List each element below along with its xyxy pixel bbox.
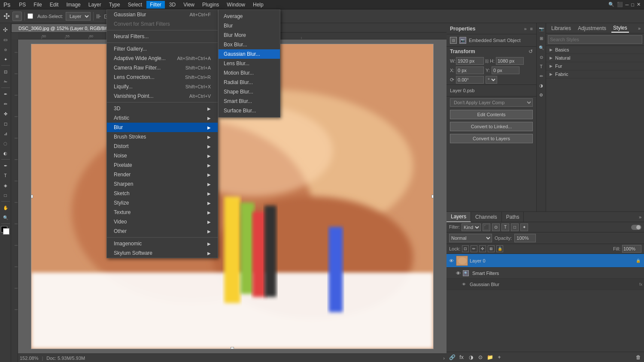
angle-input[interactable] [456,76,484,84]
menu-noise[interactable]: Noise ▶ [107,151,218,160]
lock-move-btn[interactable]: ✣ [479,245,486,252]
adjust-icon-btn[interactable]: ⊙ [538,53,545,61]
blur-gaussian[interactable]: Gaussian Blur... [219,49,280,59]
menu-convert-smart-filters[interactable]: Convert for Smart Filters [107,19,218,29]
layer-comp-select[interactable]: Don't Apply Layer Comp [450,98,533,107]
add-style-btn[interactable]: fx [458,353,465,361]
props-menu-icon[interactable]: ≡ [530,26,533,31]
convert-to-linked-btn[interactable]: Convert to Linked... [450,122,533,131]
filter-icon-shape[interactable]: □ [511,223,519,231]
smart-filters-item[interactable]: 👁 🔍 Smart Filters [447,268,644,279]
expand-status-btn[interactable]: › [443,356,445,361]
blur-motion[interactable]: Motion Blur... [219,68,280,78]
fg-bg-colors[interactable] [1,226,10,235]
selection-tool[interactable]: ✣ [1,25,10,34]
filter-icon-smart[interactable]: ✦ [520,223,528,231]
menu-select[interactable]: Select [125,1,146,9]
menu-type[interactable]: Type [106,1,124,9]
tab-layers[interactable]: Layers [447,212,471,222]
brush-tool[interactable]: ✏ [1,99,10,109]
minimize-btn[interactable]: ─ [626,2,629,7]
opacity-input[interactable] [514,234,536,242]
styles-search-input[interactable] [548,35,642,44]
lasso-tool[interactable]: ⌾ [1,45,10,54]
gaussian-blur-item[interactable]: 👁 Gaussian Blur fx [447,279,644,290]
doc-tab[interactable]: DSC_3060.jpg @ 152% (Layer 0, RGB/8#) × [11,24,121,32]
slice-tool[interactable]: ✁ [1,77,10,86]
tab-styles[interactable]: Styles [611,24,629,33]
add-adjustment-btn[interactable]: ⊙ [477,353,484,361]
clone-stamp-tool[interactable]: ✤ [1,109,10,118]
gradient-icon-btn[interactable]: ◑ [538,81,545,89]
menu-other[interactable]: Other ▶ [107,226,218,236]
menu-filter[interactable]: Filter [146,1,165,9]
blur-shape[interactable]: Shape Blur... [219,87,280,97]
menu-help[interactable]: Help [249,1,267,9]
filter-toggle[interactable] [631,225,641,230]
menu-texture[interactable]: Texture ▶ [107,208,218,217]
filter-icon-type[interactable]: T [501,223,509,231]
eraser-tool[interactable]: ◻ [1,119,10,128]
path-tool[interactable]: ◈ [1,181,10,190]
crop-tool[interactable]: ⊡ [1,67,10,76]
layer-item-0[interactable]: 👁 Layer 0 🔒 [447,254,644,268]
menu-skylum[interactable]: Skylum Software ▶ [107,248,218,258]
add-group-btn[interactable]: 📁 [486,353,494,361]
menu-filter-gallery[interactable]: Filter Gallery... [107,44,218,54]
type-icon-btn[interactable]: T [538,63,545,70]
menu-camera-raw[interactable]: Camera Raw Filter... Shift+Ctrl+A [107,63,218,72]
pen-tool[interactable]: ✒ [1,161,10,170]
menu-gaussian-blur-top[interactable]: Gaussian Blur Alt+Ctrl+F [107,10,218,19]
auto-select-type[interactable]: Layer [66,12,91,21]
menu-3d[interactable]: 3D ▶ [107,104,218,113]
styles-expand-icon[interactable]: » [638,26,641,31]
blend-mode-select[interactable]: Normal [449,234,492,242]
menu-lens-correction[interactable]: Lens Correction... Shift+Ctrl+R [107,72,218,82]
search-btn[interactable]: 🔍 [608,2,614,7]
menu-sketch[interactable]: Sketch ▶ [107,189,218,198]
align-left-icon[interactable]: ⊪ [96,13,101,20]
blur-lens[interactable]: Lens Blur... [219,59,280,68]
lock-all-btn[interactable]: 🔒 [496,245,503,252]
menu-file[interactable]: File [30,1,45,9]
menu-brush-strokes[interactable]: Brush Strokes ▶ [107,132,218,142]
filter-icon-adjust[interactable]: ⊙ [492,223,500,231]
blur-smart[interactable]: Smart Blur... [219,97,280,106]
menu-distort[interactable]: Distort ▶ [107,142,218,151]
menu-plugins[interactable]: Plugins [199,1,222,9]
menu-imagenomic[interactable]: Imagenomic ▶ [107,239,218,248]
smart-filters-visibility[interactable]: 👁 [455,270,461,276]
dodge-tool[interactable]: ◐ [1,148,10,158]
blur-blur[interactable]: Blur [219,21,280,30]
tab-paths[interactable]: Paths [502,212,524,222]
share-btn[interactable]: ⬛ [617,2,623,7]
gaussian-fx-icon[interactable]: fx [639,282,642,287]
lock-paint-btn[interactable]: ✏ [471,245,477,252]
magic-wand-tool[interactable]: ✦ [1,54,10,64]
menu-layer[interactable]: Layer [85,1,105,9]
brush-icon-btn[interactable]: ✏ [538,72,545,80]
zoom-tool[interactable]: 🔍 [1,213,10,222]
layer-visibility-btn[interactable]: 👁 [448,258,454,264]
menu-render[interactable]: Render ▶ [107,170,218,179]
hand-tool[interactable]: ✋ [1,203,10,212]
blur-box[interactable]: Box Blur... [219,40,280,49]
auto-select-checkbox[interactable] [27,13,33,19]
blur-surface[interactable]: Surface Blur... [219,106,280,115]
reset-transform-icon[interactable]: ↺ [529,48,533,54]
transform-handle-bottom[interactable] [231,347,234,349]
shape-tool[interactable]: □ [1,190,10,200]
layers-filter-select[interactable]: Kind [462,223,481,231]
tab-libraries[interactable]: Libraries [550,24,573,32]
menu-liquify[interactable]: Liquify... Shift+Ctrl+X [107,82,218,91]
add-mask-btn[interactable]: ◑ [467,353,475,361]
menu-pixelate[interactable]: Pixelate ▶ [107,160,218,170]
styles-group-natural[interactable]: ▶ Natural [546,54,644,62]
blur-average[interactable]: Average [219,12,280,21]
w-input[interactable] [456,57,484,65]
y-input[interactable] [492,66,519,74]
link-layers-btn[interactable]: 🔗 [448,353,456,361]
menu-blur[interactable]: Blur ▶ [107,123,218,132]
fill-tool[interactable]: ⊿ [1,129,10,138]
blur-tool[interactable]: ◌ [1,139,10,148]
